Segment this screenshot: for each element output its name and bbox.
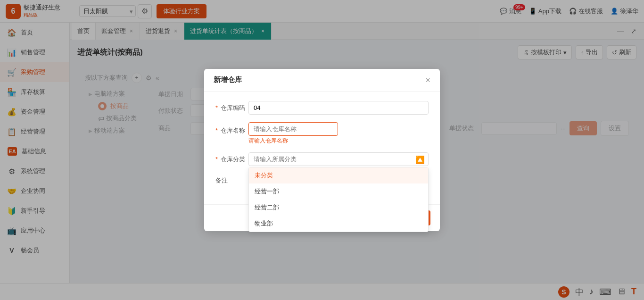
name-input[interactable] <box>248 122 338 136</box>
category-required-mark: * <box>215 156 218 163</box>
add-warehouse-modal: 新增仓库 × * 仓库编码 * 仓库名称 <box>204 69 440 231</box>
name-label: * 仓库名称 <box>215 124 248 135</box>
category-select-wrap: 🔼 未分类 经营一部 经营二部 物业部 <box>248 152 429 166</box>
name-required-mark: * <box>215 127 218 134</box>
dropdown-item-property[interactable]: 物业部 <box>249 216 428 232</box>
category-dropdown-arrow[interactable]: 🔼 <box>415 155 425 164</box>
code-label: * 仓库编码 <box>215 101 248 112</box>
modal-close-btn[interactable]: × <box>425 76 430 84</box>
code-input[interactable] <box>248 101 429 115</box>
category-select-input[interactable] <box>248 152 429 166</box>
category-field-row: * 仓库分类 🔼 未分类 经营一部 经营二部 物业部 <box>215 152 429 166</box>
name-field-row: * 仓库名称 请输入仓库名称 <box>215 122 429 145</box>
name-error-msg: 请输入仓库名称 <box>248 137 288 145</box>
dropdown-item-dept2[interactable]: 经营二部 <box>249 200 428 216</box>
dropdown-item-uncategorized[interactable]: 未分类 <box>249 167 428 183</box>
code-field-row: * 仓库编码 <box>215 101 429 115</box>
name-field-inner: * 仓库名称 <box>215 122 338 136</box>
modal-body: * 仓库编码 * 仓库名称 请输入仓库名称 * <box>204 92 440 204</box>
code-required-mark: * <box>215 104 218 111</box>
category-label: * 仓库分类 <box>215 152 248 164</box>
modal-title: 新增仓库 <box>214 75 242 84</box>
modal-header: 新增仓库 × <box>204 69 440 92</box>
modal-overlay: 新增仓库 × * 仓库编码 * 仓库名称 <box>0 0 644 300</box>
dropdown-item-dept1[interactable]: 经营一部 <box>249 183 428 200</box>
category-dropdown-list: 未分类 经营一部 经营二部 物业部 <box>248 167 429 232</box>
remark-label: 备注 <box>215 174 248 185</box>
